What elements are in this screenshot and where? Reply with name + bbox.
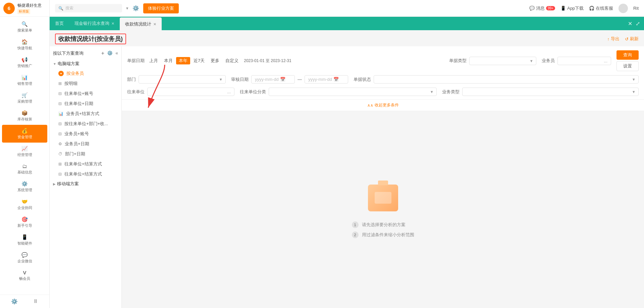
tab-receipt[interactable]: 收款情况统计 ✕ — [120, 17, 162, 31]
scheme-item-by-detail[interactable]: ⊞ 按明细 — [50, 79, 121, 89]
window-expand-icon[interactable]: ⤢ — [636, 20, 640, 27]
biz-type-select[interactable]: ▾ — [462, 88, 639, 96]
scheme-settings-icon[interactable]: ⚙️ — [107, 50, 113, 56]
settings-bottom-icon[interactable]: ⚙️ — [11, 298, 18, 305]
online-service-action[interactable]: 🎧 在线客服 — [589, 5, 613, 11]
guide-icon: 🎯 — [21, 216, 28, 222]
scheme-item-by-salesman[interactable]: ● 按业务员 — [50, 68, 121, 79]
tab-bank-close[interactable]: ✕ — [111, 21, 114, 26]
partner-category-select[interactable]: ▾ — [269, 88, 437, 96]
review-date-to[interactable]: yyyy-mm-dd 📅 — [305, 75, 348, 84]
scheme-item-salesman-date[interactable]: ⚙ 业务员+日期 — [50, 139, 121, 149]
sidebar-item-finance[interactable]: 💰 资金管理 — [2, 125, 47, 143]
sidebar-item-system[interactable]: ⚙️ 系统管理 — [0, 178, 49, 196]
app-download-icon: 📱 — [560, 6, 566, 11]
export-icon: ↑ — [607, 37, 610, 42]
sidebar: 6 畅捷通好生意 标准版 🔍 搜索菜单 🏠 快捷导航 📢 营销推广 📊 销售管理… — [0, 0, 50, 308]
sidebar-item-corp[interactable]: 🤝 企业协同 — [0, 196, 49, 213]
system-icon: ⚙️ — [21, 181, 28, 187]
review-date-from[interactable]: yyyy-mm-dd 📅 — [251, 75, 295, 84]
sidebar-item-sales[interactable]: 📊 销售管理 — [0, 71, 49, 89]
scheme-item-partner-settle2[interactable]: ⊟ 往来单位+结算方式 — [50, 169, 121, 179]
sidebar-item-basic[interactable]: 🗂 基础信息 — [0, 160, 49, 178]
left-panel: 按以下方案查询 + ⚙️ « ▼ 电脑端方案 ● 按业务员 — [50, 46, 122, 308]
window-close-icon[interactable]: ✕ — [628, 20, 632, 27]
scheme-item-salesman-settle[interactable]: 📊 业务员+结算方式 — [50, 109, 121, 119]
sidebar-item-guide[interactable]: 🎯 新手引导 — [0, 213, 49, 231]
gear-topbar-icon[interactable]: ⚙️ — [132, 5, 139, 11]
add-scheme-button[interactable]: + — [101, 50, 104, 56]
export-button[interactable]: ↑ 导出 — [607, 36, 620, 42]
corp-icon: 🤝 — [21, 199, 28, 205]
topbar-search-box[interactable]: 🔍 搜索 — [55, 4, 122, 12]
collapse-panel-button[interactable]: « — [115, 50, 118, 56]
salesman-account-icon: ⊟ — [58, 132, 62, 136]
scheme-item-partner-dept[interactable]: ⊟ 按往来单位+部门+收... — [50, 119, 121, 129]
filter-row-1: 单据日期 上月 本月 本年 近7天 更多 自定义 2023-01-01 至 20… — [127, 50, 639, 71]
settings-button[interactable]: 设置 — [616, 61, 639, 71]
step-2-number: 2 — [352, 232, 359, 238]
partner-select[interactable]: ... — [147, 88, 234, 96]
salesman-select[interactable]: ... — [557, 57, 611, 65]
salesman-dots[interactable]: ... — [604, 58, 607, 63]
query-button[interactable]: 查询 — [616, 50, 639, 60]
scheme-item-salesman-account[interactable]: ⊟ 业务员+账号 — [50, 129, 121, 139]
partner-account-icon: ⊟ — [58, 91, 62, 96]
scheme-item-partner-settle1[interactable]: ⊞ 往来单位+结算方式 — [50, 159, 121, 169]
sidebar-item-member[interactable]: V 畅会员 — [0, 267, 49, 284]
collapse-sidebar-icon[interactable]: ⏸ — [33, 298, 38, 305]
refresh-icon: ↺ — [625, 37, 629, 42]
trial-button[interactable]: 体验行业方案 — [143, 3, 179, 13]
sidebar-item-quicknav[interactable]: 🏠 快捷导航 — [0, 36, 49, 54]
scheme-group-mobile-header[interactable]: ▶ 移动端方案 — [50, 179, 121, 189]
date-tab-thismonth[interactable]: 本月 — [161, 57, 175, 64]
dept-date-icon: ⏱ — [58, 152, 62, 156]
date-tab-last7[interactable]: 近7天 — [191, 57, 207, 64]
date-tab-thisyear[interactable]: 本年 — [176, 57, 190, 64]
message-action[interactable]: 💬 消息 99+ — [529, 5, 555, 11]
scheme-item-dept-date[interactable]: ⏱ 部门+日期 — [50, 149, 121, 159]
date-tab-lastmonth[interactable]: 上月 — [147, 57, 161, 64]
filter-dept-group: 部门 ▾ — [127, 75, 226, 84]
date-tab-custom[interactable]: 自定义 — [223, 57, 241, 64]
page-header-actions: ↑ 导出 ↺ 刷新 — [607, 36, 639, 42]
tab-bank[interactable]: 现金银行流水查询 ✕ — [69, 17, 120, 30]
filter-area: 单据日期 上月 本月 本年 近7天 更多 自定义 2023-01-01 至 20… — [122, 46, 644, 100]
scheme-item-partner-date[interactable]: ⊟ 往来单位+日期 — [50, 99, 121, 109]
tabbar-right-actions: ✕ ⤢ — [628, 20, 644, 27]
scheme-item-partner-account[interactable]: ⊟ 往来单位+账号 — [50, 89, 121, 99]
filter-doc-status-group: 单据状态 ▾ — [354, 75, 639, 84]
tab-home[interactable]: 首页 — [50, 17, 69, 30]
refresh-button[interactable]: ↺ 刷新 — [625, 36, 639, 42]
wechat-icon: 💬 — [21, 252, 28, 258]
topbar-actions: 💬 消息 99+ 📱 App下载 🎧 在线客服 Rit — [529, 4, 639, 13]
scheme-group-desktop-header[interactable]: ▼ 电脑端方案 — [50, 59, 121, 68]
date-tab-more[interactable]: 更多 — [208, 57, 222, 64]
doc-status-label: 单据状态 — [354, 76, 371, 83]
sidebar-item-purchase[interactable]: 🛒 采购管理 — [0, 89, 49, 107]
empty-step-2: 2 用过滤条件来缩小分析范围 — [352, 232, 414, 238]
user-avatar[interactable] — [619, 4, 628, 13]
sidebar-item-wechat[interactable]: 💬 企业微信 — [0, 249, 49, 267]
tab-receipt-close[interactable]: ✕ — [153, 22, 156, 27]
sidebar-item-hardware[interactable]: 📱 智能硬件 — [0, 231, 49, 249]
doc-status-select[interactable]: ▾ — [374, 75, 639, 84]
left-panel-header: 按以下方案查询 + ⚙️ « — [50, 50, 121, 59]
dept-chevron-icon: ▾ — [220, 77, 222, 82]
sidebar-item-operation[interactable]: 📈 经营管理 — [0, 143, 49, 160]
partner-dots[interactable]: ... — [227, 89, 231, 94]
collapse-bar[interactable]: ∧∧ 收起更多条件 — [122, 100, 644, 111]
scheme-group-desktop: ▼ 电脑端方案 ● 按业务员 ⊞ 按明细 ⊟ 往来单位+账号 — [50, 59, 121, 179]
home-icon: 🏠 — [21, 39, 28, 45]
sidebar-item-marketing[interactable]: 📢 营销推广 — [0, 54, 49, 71]
sidebar-item-inventory[interactable]: 📦 库存核算 — [0, 107, 49, 125]
step-1-number: 1 — [352, 221, 359, 228]
message-badge: 99+ — [546, 6, 555, 10]
basic-icon: 🗂 — [22, 163, 27, 169]
dept-select[interactable]: ▾ — [139, 75, 226, 84]
app-download-action[interactable]: 📱 App下载 — [560, 5, 584, 11]
doc-type-select[interactable]: ▾ — [469, 57, 536, 65]
sidebar-item-search[interactable]: 🔍 搜索菜单 — [0, 18, 49, 36]
chevron-down-icon[interactable]: ▾ — [126, 6, 128, 11]
partner-dept-icon: ⊟ — [58, 121, 62, 126]
